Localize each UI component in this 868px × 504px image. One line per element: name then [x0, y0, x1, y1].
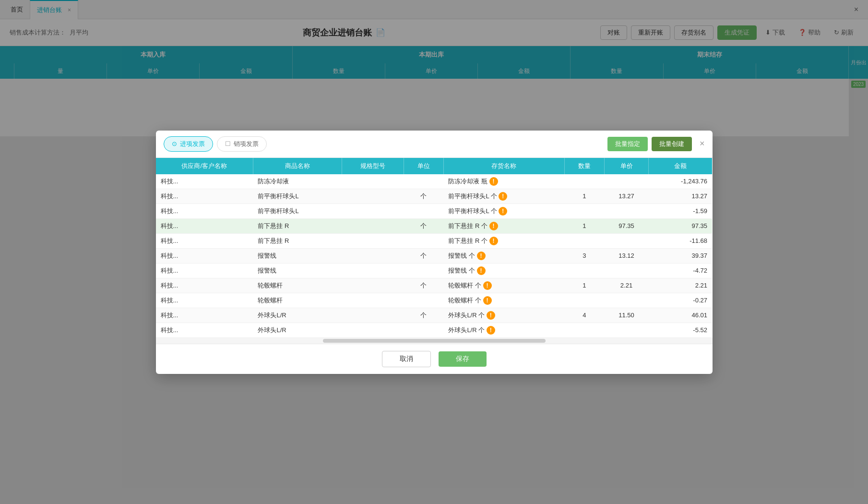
invoice-out-icon: ☐: [225, 140, 231, 147]
cell-stock-name: 前平衡杆球头L 个 !: [443, 204, 564, 218]
cell-product: 外球头L/R: [253, 323, 342, 337]
cell-product: 前平衡杆球头L: [253, 189, 342, 204]
cell-stock-name: 外球头L/R 个 !: [443, 308, 564, 323]
cell-unit-price: 13.27: [604, 189, 649, 204]
cell-spec: [342, 233, 404, 248]
cell-supplier: 科技...: [156, 248, 253, 263]
cell-spec: [342, 189, 404, 204]
cell-spec: [342, 323, 404, 337]
table-row[interactable]: 科技... 轮毂螺杆 轮毂螺杆 个 ! -0.27: [156, 293, 713, 308]
table-row[interactable]: 科技... 前下悬挂 R 前下悬挂 R 个 ! -11.68: [156, 233, 713, 248]
modal-footer: 取消 保存: [156, 344, 713, 374]
warning-icon: !: [499, 207, 507, 216]
batch-create-button[interactable]: 批量创建: [652, 137, 692, 151]
cell-amount: -0.27: [649, 293, 712, 308]
cell-unit-price: [604, 233, 649, 248]
table-row[interactable]: 科技... 前平衡杆球头L 前平衡杆球头L 个 ! -1.59: [156, 204, 713, 218]
cell-unit: [404, 293, 444, 308]
col-unit: 单位: [404, 158, 444, 174]
invoice-modal: ⊙ 进项发票 ☐ 销项发票 批量指定 批量创建 × 供应商/客户名称 商品名称: [156, 131, 713, 374]
inbound-invoice-tab[interactable]: ⊙ 进项发票: [164, 136, 213, 152]
modal-header: ⊙ 进项发票 ☐ 销项发票 批量指定 批量创建 ×: [156, 131, 713, 158]
cell-unit-price: [604, 293, 649, 308]
cell-spec: [342, 218, 404, 233]
cell-supplier: 科技...: [156, 278, 253, 293]
cell-quantity: [564, 263, 604, 278]
warning-icon: !: [477, 266, 486, 275]
cell-amount: 46.01: [649, 308, 712, 323]
cancel-button[interactable]: 取消: [382, 351, 431, 367]
batch-assign-button[interactable]: 批量指定: [607, 137, 648, 151]
modal-header-actions: 批量指定 批量创建: [607, 137, 692, 151]
col-unit-price: 单价: [604, 158, 649, 174]
cell-supplier: 科技...: [156, 204, 253, 218]
cell-amount: -1,243.76: [649, 174, 712, 189]
cell-amount: 39.37: [649, 248, 712, 263]
cell-unit: 个: [404, 218, 444, 233]
warning-icon: !: [489, 237, 498, 245]
warning-icon: !: [483, 281, 492, 290]
cell-product: 报警线: [253, 248, 342, 263]
cell-unit-price: [604, 263, 649, 278]
cell-product: 报警线: [253, 263, 342, 278]
cell-supplier: 科技...: [156, 293, 253, 308]
table-row[interactable]: 科技... 报警线 个 报警线 个 ! 3 13.12 39.37: [156, 248, 713, 263]
cell-unit-price: [604, 174, 649, 189]
warning-icon: !: [489, 222, 498, 230]
cell-amount: -11.68: [649, 233, 712, 248]
cell-quantity: 1: [564, 189, 604, 204]
cell-amount: 97.35: [649, 218, 712, 233]
cell-spec: [342, 278, 404, 293]
warning-icon: !: [477, 252, 486, 260]
cell-unit-price: 13.12: [604, 248, 649, 263]
outbound-invoice-tab[interactable]: ☐ 销项发票: [217, 136, 267, 152]
cell-stock-name: 轮毂螺杆 个 !: [443, 278, 564, 293]
table-row[interactable]: 科技... 外球头L/R 外球头L/R 个 ! -5.52: [156, 323, 713, 337]
horizontal-scrollbar[interactable]: [156, 338, 713, 344]
cell-product: 前下悬挂 R: [253, 218, 342, 233]
col-spec: 规格型号: [342, 158, 404, 174]
cell-product: 前下悬挂 R: [253, 233, 342, 248]
cell-unit: 个: [404, 278, 444, 293]
cell-amount: -5.52: [649, 323, 712, 337]
cell-quantity: 4: [564, 308, 604, 323]
table-header-row: 供应商/客户名称 商品名称 规格型号 单位 存货名称 数量 单价 金额: [156, 158, 713, 174]
cell-unit: [404, 204, 444, 218]
cell-spec: [342, 263, 404, 278]
cell-stock-name: 报警线 个 !: [443, 263, 564, 278]
table-row[interactable]: 科技... 报警线 报警线 个 ! -4.72: [156, 263, 713, 278]
cell-supplier: 科技...: [156, 233, 253, 248]
cell-unit: 个: [404, 189, 444, 204]
cell-unit: [404, 233, 444, 248]
warning-icon: !: [487, 311, 495, 320]
cell-unit: 个: [404, 248, 444, 263]
cell-supplier: 科技...: [156, 189, 253, 204]
cell-stock-name: 前下悬挂 R 个 !: [443, 218, 564, 233]
cell-quantity: [564, 323, 604, 337]
col-amount: 金额: [649, 158, 712, 174]
table-row[interactable]: 科技... 轮毂螺杆 个 轮毂螺杆 个 ! 1 2.21 2.21: [156, 278, 713, 293]
cell-supplier: 科技...: [156, 174, 253, 189]
table-row[interactable]: 科技... 前平衡杆球头L 个 前平衡杆球头L 个 ! 1 13.27 13.2…: [156, 189, 713, 204]
cell-stock-name: 防冻冷却液 瓶 !: [443, 174, 564, 189]
cell-product: 轮毂螺杆: [253, 293, 342, 308]
modal-overlay: ⊙ 进项发票 ☐ 销项发票 批量指定 批量创建 × 供应商/客户名称 商品名称: [0, 0, 868, 504]
cell-supplier: 科技...: [156, 308, 253, 323]
cell-quantity: 1: [564, 278, 604, 293]
cell-unit-price: 2.21: [604, 278, 649, 293]
modal-close-button[interactable]: ×: [700, 139, 705, 149]
modal-table-wrapper[interactable]: 供应商/客户名称 商品名称 规格型号 单位 存货名称 数量 单价 金额 科技..…: [156, 158, 713, 338]
table-row[interactable]: 科技... 前下悬挂 R 个 前下悬挂 R 个 ! 1 97.35 97.35: [156, 218, 713, 233]
save-button[interactable]: 保存: [439, 351, 487, 367]
table-row[interactable]: 科技... 外球头L/R 个 外球头L/R 个 ! 4 11.50 46.01: [156, 308, 713, 323]
warning-icon: !: [489, 177, 498, 186]
invoice-in-icon: ⊙: [172, 140, 177, 147]
cell-quantity: [564, 233, 604, 248]
cell-spec: [342, 248, 404, 263]
cell-stock-name: 报警线 个 !: [443, 248, 564, 263]
cell-quantity: 3: [564, 248, 604, 263]
cell-spec: [342, 293, 404, 308]
cell-stock-name: 前下悬挂 R 个 !: [443, 233, 564, 248]
cell-supplier: 科技...: [156, 263, 253, 278]
table-row[interactable]: 科技... 防冻冷却液 防冻冷却液 瓶 ! -1,243.76: [156, 174, 713, 189]
